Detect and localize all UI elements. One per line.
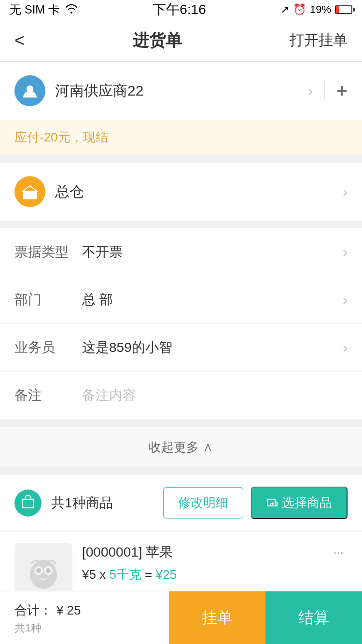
status-left: 无 SIM 卡: [10, 2, 78, 17]
alarm-icon: ⏰: [293, 3, 306, 16]
staff-label: 业务员: [14, 338, 72, 357]
product-price: ¥5 x 5千克 = ¥25: [82, 566, 329, 583]
product-name: [0000001] 苹果: [82, 543, 329, 561]
product-formula-text: ¥5 x: [82, 567, 109, 582]
ticket-type-label: 票据类型: [14, 243, 72, 261]
supplier-section: 河南供应商22 › + 应付-20元，现结: [0, 62, 362, 155]
total-amount: 合计： ¥ 25: [14, 601, 154, 619]
warehouse-arrow-icon: ›: [343, 183, 348, 200]
status-time: 下午6:16: [153, 0, 206, 19]
svg-rect-2: [22, 499, 34, 508]
page-title: 进货单: [133, 29, 182, 52]
warehouse-name: 总仓: [55, 182, 343, 202]
department-arrow-icon: ›: [343, 292, 348, 308]
product-title-text: 苹果: [146, 545, 173, 560]
warehouse-section: 总仓 ›: [0, 163, 362, 221]
location-icon: ↗: [280, 3, 289, 16]
supplier-name: 河南供应商22: [55, 81, 308, 101]
svg-point-7: [36, 568, 41, 573]
product-code: [0000001]: [82, 545, 142, 560]
bottom-bar: 合计： ¥ 25 共1种 挂单 结算: [0, 591, 362, 644]
supplier-arrow-icon: ›: [308, 83, 313, 99]
remark-label: 备注: [14, 386, 72, 405]
open-hang-button[interactable]: 打开挂单: [290, 30, 348, 50]
carrier-text: 无 SIM 卡: [10, 2, 60, 17]
back-button[interactable]: <: [14, 30, 25, 51]
nav-bar: < 进货单 打开挂单: [0, 19, 362, 62]
supplier-row[interactable]: 河南供应商22 › +: [0, 62, 362, 120]
hang-button[interactable]: 挂单: [169, 591, 265, 644]
battery-icon: [335, 5, 352, 14]
warehouse-icon: [14, 176, 45, 207]
product-count-text: 共1种商品: [51, 494, 163, 512]
staff-arrow-icon: ›: [343, 339, 348, 356]
product-info: [0000001] 苹果 ¥5 x 5千克 = ¥25: [82, 543, 329, 583]
select-product-button[interactable]: 选择商品: [251, 487, 348, 519]
product-quantity: 5千克: [109, 567, 141, 582]
product-equals: =: [141, 567, 156, 582]
ticket-type-arrow-icon: ›: [343, 244, 348, 260]
svg-rect-3: [267, 499, 275, 506]
edit-detail-button[interactable]: 修改明细: [163, 487, 243, 518]
department-row[interactable]: 部门 总 部 ›: [0, 276, 362, 324]
battery-text: 19%: [310, 3, 331, 16]
content: 河南供应商22 › + 应付-20元，现结 总仓 › 票据类型 不开票 ›: [0, 62, 362, 644]
status-right: ↗ ⏰ 19%: [280, 3, 352, 16]
product-header: 共1种商品 修改明细 选择商品: [0, 475, 362, 531]
supplier-notice: 应付-20元，现结: [0, 120, 362, 155]
remark-input[interactable]: 备注内容: [72, 386, 348, 405]
product-total: ¥25: [155, 567, 176, 582]
svg-point-8: [46, 568, 51, 573]
divider: [324, 81, 325, 100]
warehouse-row[interactable]: 总仓 ›: [0, 163, 362, 221]
total-label: 合计：: [14, 603, 52, 617]
total-section: 合计： ¥ 25 共1种: [0, 601, 169, 635]
total-value: ¥ 25: [56, 603, 81, 617]
department-label: 部门: [14, 291, 72, 309]
product-more-button[interactable]: ···: [329, 543, 348, 562]
supplier-avatar: [14, 75, 45, 106]
checkout-button[interactable]: 结算: [265, 591, 362, 644]
wifi-icon: [65, 3, 78, 16]
svg-rect-1: [23, 191, 37, 199]
staff-row[interactable]: 业务员 这是859的小智 ›: [0, 324, 362, 372]
product-count-icon: [14, 490, 42, 517]
department-value: 总 部: [72, 291, 343, 309]
select-product-label: 选择商品: [282, 494, 332, 511]
remark-row[interactable]: 备注 备注内容: [0, 372, 362, 420]
collapse-label: 收起更多 ∧: [149, 440, 213, 454]
ticket-type-value: 不开票: [72, 243, 343, 261]
add-supplier-button[interactable]: +: [336, 80, 348, 102]
svg-point-4: [30, 560, 57, 589]
total-count: 共1种: [14, 621, 154, 635]
form-section: 票据类型 不开票 › 部门 总 部 › 业务员 这是859的小智 › 备注 备注…: [0, 228, 362, 420]
ticket-type-row[interactable]: 票据类型 不开票 ›: [0, 228, 362, 276]
staff-value: 这是859的小智: [72, 338, 343, 357]
status-bar: 无 SIM 卡 下午6:16 ↗ ⏰ 19%: [0, 0, 362, 19]
owl-logo-icon: [22, 550, 65, 594]
collapse-button[interactable]: 收起更多 ∧: [0, 427, 362, 467]
